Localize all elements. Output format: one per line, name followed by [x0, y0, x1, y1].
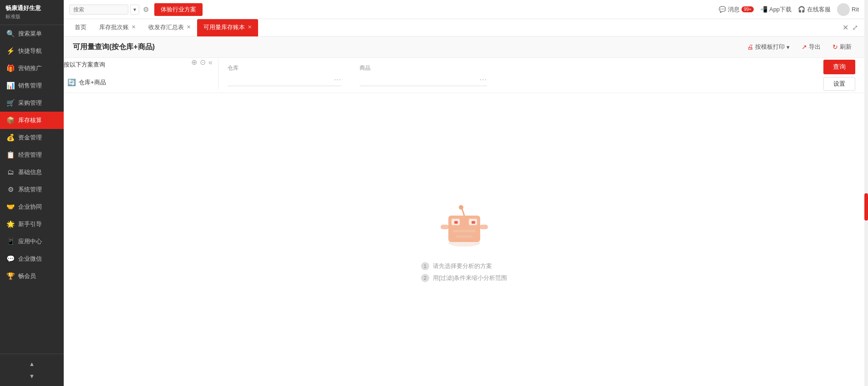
topbar-right: 💬 消息 99+ 📲 App下载 🎧 在线客服 Rit — [719, 3, 859, 16]
tab-home[interactable]: 首页 — [68, 19, 93, 36]
export-label: 导出 — [809, 43, 821, 51]
svg-rect-4 — [454, 221, 458, 224]
app-download-button[interactable]: 📲 App下载 — [760, 5, 792, 14]
newbie-icon: 🌟 — [6, 220, 15, 228]
sidebar-item-wechat[interactable]: 💬 企业微信 — [0, 250, 64, 268]
filter-field-product: 商品 ··· — [360, 64, 487, 86]
filter-field-warehouse: 仓库 ··· — [228, 64, 341, 86]
refresh-button[interactable]: ↻ 刷新 — [829, 41, 855, 53]
sidebar-header: 畅康通好生意 标准版 — [0, 0, 64, 25]
sidebar-item-member[interactable]: 🏆 畅会员 — [0, 268, 64, 285]
settings-scheme-button[interactable]: ⊙ — [200, 58, 206, 67]
collapse-scheme-button[interactable]: « — [208, 58, 213, 67]
brand-name: 畅康通好生意 — [5, 5, 58, 12]
empty-illustration — [437, 195, 492, 251]
user-avatar-area[interactable]: Rit — [837, 3, 859, 16]
sidebar-nav: 🔍 搜索菜单 ⚡ 快捷导航 🎁 营销推广 📊 销售管理 🛒 采购管理 📦 库存核… — [0, 25, 64, 354]
topbar-search-input[interactable] — [69, 5, 128, 15]
warehouse-label: 仓库 — [228, 64, 341, 72]
tab-receipt-summary[interactable]: 收发存汇总表 ✕ — [142, 19, 197, 36]
filter-header-label: 按以下方案查询 — [64, 61, 105, 69]
warehouse-input[interactable]: ··· — [228, 74, 341, 86]
sidebar: 畅康通好生意 标准版 🔍 搜索菜单 ⚡ 快捷导航 🎁 营销推广 📊 销售管理 🛒… — [0, 0, 64, 386]
print-icon: 🖨 — [747, 43, 753, 51]
add-scheme-button[interactable]: ⊕ — [191, 58, 197, 67]
refresh-label: 刷新 — [840, 43, 852, 51]
right-scrollbar[interactable] — [864, 0, 868, 386]
tab-close-all-button[interactable]: ✕ — [841, 21, 850, 34]
warehouse-more-icon[interactable]: ··· — [334, 76, 341, 84]
query-button-area: 查询 设置 — [823, 60, 855, 91]
sidebar-item-label: 基础信息 — [18, 168, 42, 176]
svg-rect-10 — [441, 225, 449, 229]
export-button[interactable]: ↗ 导出 — [798, 41, 824, 53]
tab-available-ledger[interactable]: 可用量库存账本 ✕ — [197, 19, 258, 36]
finance-icon: 💰 — [6, 134, 15, 142]
sidebar-item-sales[interactable]: 📊 销售管理 — [0, 77, 64, 94]
svg-line-8 — [462, 209, 464, 216]
empty-tips: 1 请先选择要分析的方案 2 用[过滤]条件来缩小分析范围 — [421, 260, 507, 284]
service-icon: 🎧 — [798, 6, 805, 13]
product-label: 商品 — [360, 64, 487, 72]
tab-available-ledger-label: 可用量库存账本 — [203, 23, 245, 31]
filter-row: 按以下方案查询 ⊕ ⊙ « 🔄 仓库+商品 仓库 — [64, 58, 864, 93]
sidebar-item-newbie[interactable]: 🌟 新手引导 — [0, 216, 64, 233]
wechat-icon: 💬 — [6, 255, 15, 263]
shortcut-icon: ⚡ — [6, 47, 15, 55]
page-header: 可用量查询(按仓库+商品) 🖨 按模板打印 ▾ ↗ 导出 ↻ 刷新 — [64, 36, 864, 58]
sidebar-item-basic-info[interactable]: 🗂 基础信息 — [0, 164, 64, 181]
svg-rect-11 — [480, 225, 488, 229]
message-icon: 💬 — [719, 6, 726, 13]
sidebar-item-enterprise[interactable]: 🤝 企业协同 — [0, 198, 64, 216]
sidebar-item-operations[interactable]: 📋 经营管理 — [0, 146, 64, 164]
operations-icon: 📋 — [6, 151, 15, 159]
user-name: Rit — [852, 6, 859, 13]
tab-batch-account-close[interactable]: ✕ — [132, 24, 136, 30]
enterprise-icon: 🤝 — [6, 203, 15, 211]
sidebar-item-label: 销售管理 — [18, 82, 42, 90]
sidebar-item-inventory[interactable]: 📦 库存核算 — [0, 112, 64, 129]
sidebar-scroll-down[interactable]: ▼ — [0, 370, 64, 382]
scheme-item-warehouse-product[interactable]: 🔄 仓库+商品 — [64, 76, 213, 89]
query-button[interactable]: 查询 — [823, 60, 855, 74]
sidebar-scroll-up[interactable]: ▲ — [0, 358, 64, 370]
tab-expand-button[interactable]: ⤢ — [850, 21, 860, 34]
topbar-search-area: ▾ — [69, 5, 139, 15]
page-actions: 🖨 按模板打印 ▾ ↗ 导出 ↻ 刷新 — [743, 41, 855, 53]
app-download-icon: 📲 — [760, 6, 767, 13]
app-download-label: App下载 — [769, 5, 792, 14]
trial-button[interactable]: 体验行业方案 — [154, 3, 203, 16]
sidebar-item-label: 畅会员 — [18, 272, 36, 280]
settings-button[interactable]: 设置 — [823, 77, 855, 91]
product-more-icon[interactable]: ··· — [480, 76, 487, 84]
sales-icon: 📊 — [6, 82, 15, 90]
sidebar-item-finance[interactable]: 💰 资金管理 — [0, 129, 64, 146]
sidebar-item-marketing[interactable]: 🎁 营销推广 — [0, 60, 64, 77]
product-input[interactable]: ··· — [360, 74, 487, 86]
sidebar-item-label: 经营管理 — [18, 151, 42, 159]
sidebar-item-shortcut[interactable]: ⚡ 快捷导航 — [0, 42, 64, 60]
sidebar-item-purchase[interactable]: 🛒 采购管理 — [0, 94, 64, 112]
empty-state: 1 请先选择要分析的方案 2 用[过滤]条件来缩小分析范围 — [64, 93, 864, 386]
topbar-gear-icon[interactable]: ⚙ — [143, 5, 149, 14]
basic-info-icon: 🗂 — [6, 168, 15, 176]
inventory-icon: 📦 — [6, 116, 15, 124]
sidebar-item-search[interactable]: 🔍 搜索菜单 — [0, 25, 64, 42]
filter-scheme-panel: 按以下方案查询 ⊕ ⊙ « 🔄 仓库+商品 — [64, 58, 218, 89]
sidebar-bottom: ▲ ▼ — [0, 354, 64, 386]
tab-receipt-summary-close[interactable]: ✕ — [187, 24, 191, 30]
sidebar-item-label: 企业微信 — [18, 255, 42, 263]
search-icon: 🔍 — [6, 30, 15, 38]
sidebar-item-app-center[interactable]: 📱 应用中心 — [0, 233, 64, 250]
print-button[interactable]: 🖨 按模板打印 ▾ — [743, 41, 793, 53]
topbar-dropdown-button[interactable]: ▾ — [130, 5, 139, 15]
message-button[interactable]: 💬 消息 99+ — [719, 5, 754, 14]
tab-batch-account[interactable]: 库存批次账 ✕ — [93, 19, 142, 36]
sidebar-item-system[interactable]: ⚙ 系统管理 — [0, 181, 64, 198]
sidebar-item-label: 新手引导 — [18, 220, 42, 228]
sidebar-item-label: 快捷导航 — [18, 47, 42, 55]
tip-text-1: 请先选择要分析的方案 — [433, 260, 492, 272]
topbar: ▾ ⚙ 体验行业方案 💬 消息 99+ 📲 App下载 🎧 在线客服 Rit — [64, 0, 864, 19]
tab-available-ledger-close[interactable]: ✕ — [248, 24, 252, 30]
online-service-button[interactable]: 🎧 在线客服 — [798, 5, 831, 14]
